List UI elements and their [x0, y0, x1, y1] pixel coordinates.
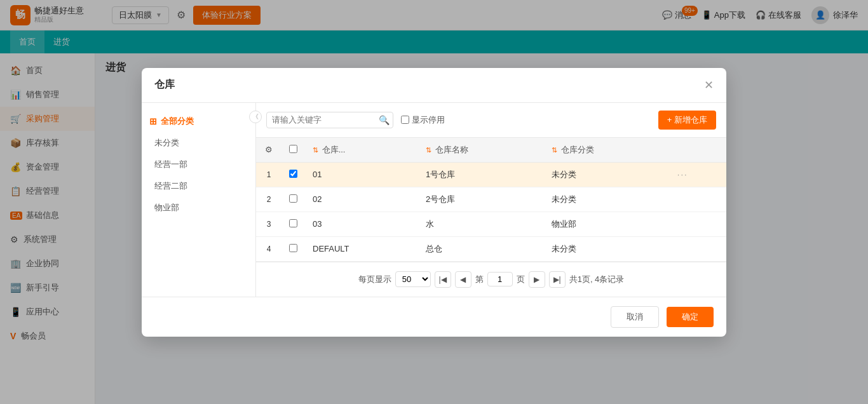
row-more[interactable]	[670, 236, 726, 261]
dialog-footer: 取消 确定	[142, 297, 726, 337]
row-more[interactable]	[670, 187, 726, 212]
row-name: 总仓	[418, 236, 544, 261]
page-number-input[interactable]	[487, 272, 513, 286]
search-icon: 🔍	[379, 115, 390, 125]
category-item-property[interactable]: 物业部	[142, 197, 255, 219]
dialog-overlay: 仓库 ✕ ⊞ 全部分类 《 未分类 经营一部 经营二部 物业部	[0, 0, 868, 404]
th-checkbox	[281, 138, 305, 163]
row-code: 02	[305, 187, 418, 212]
table-row[interactable]: 1 01 1号仓库 未分类 ···	[256, 162, 726, 187]
next-page-button[interactable]: ▶	[529, 271, 545, 288]
row-index: 3	[256, 212, 281, 236]
cancel-button[interactable]: 取消	[611, 306, 659, 328]
table-scroll: ⚙ ⇅ 仓库... ⇅	[256, 138, 726, 262]
row-index: 1	[256, 162, 281, 187]
row-index: 4	[256, 236, 281, 261]
more-actions-icon[interactable]: ···	[677, 170, 688, 179]
dialog-body: ⊞ 全部分类 《 未分类 经营一部 经营二部 物业部 🔍	[142, 103, 726, 297]
th-category: ⇅ 仓库分类	[544, 138, 670, 163]
row-checkbox[interactable]	[281, 187, 305, 212]
row-code: 03	[305, 212, 418, 236]
search-input[interactable]	[272, 115, 379, 125]
per-page-select[interactable]: 50 100	[395, 271, 431, 287]
row-more[interactable]	[670, 212, 726, 236]
warehouse-dialog: 仓库 ✕ ⊞ 全部分类 《 未分类 经营一部 经营二部 物业部	[142, 68, 726, 337]
th-actions	[670, 138, 726, 163]
th-name: ⇅ 仓库名称	[418, 138, 544, 163]
dialog-header: 仓库 ✕	[142, 68, 726, 103]
category-panel: ⊞ 全部分类 《 未分类 经营一部 经营二部 物业部	[142, 103, 256, 297]
th-settings: ⚙	[256, 138, 281, 163]
row-more[interactable]: ···	[670, 162, 726, 187]
prev-page-button[interactable]: ◀	[455, 271, 471, 288]
show-disabled-checkbox[interactable]	[401, 116, 409, 124]
row-code: DEFAULT	[305, 236, 418, 261]
search-wrap: 🔍	[266, 112, 393, 128]
row-index: 2	[256, 187, 281, 212]
table-toolbar: 🔍 显示停用 + 新增仓库	[256, 103, 726, 138]
table-row[interactable]: 4 DEFAULT 总仓 未分类	[256, 236, 726, 261]
row-name: 1号仓库	[418, 162, 544, 187]
row-code: 01	[305, 162, 418, 187]
row-category: 未分类	[544, 162, 670, 187]
row-category: 物业部	[544, 212, 670, 236]
row-checkbox[interactable]	[281, 212, 305, 236]
category-item-ops2[interactable]: 经营二部	[142, 175, 255, 197]
row-category: 未分类	[544, 236, 670, 261]
category-item-ops1[interactable]: 经营一部	[142, 154, 255, 175]
category-item-unclassified[interactable]: 未分类	[142, 132, 255, 154]
table-row[interactable]: 2 02 2号仓库 未分类	[256, 187, 726, 212]
first-page-button[interactable]: |◀	[435, 271, 451, 288]
warehouse-table: ⚙ ⇅ 仓库... ⇅	[256, 138, 726, 262]
row-name: 水	[418, 212, 544, 236]
row-category: 未分类	[544, 187, 670, 212]
last-page-button[interactable]: ▶|	[549, 271, 566, 288]
row-checkbox[interactable]	[281, 162, 305, 187]
pagination: 每页显示 50 100 |◀ ◀ 第 页 ▶ ▶| 共1页, 4条记录	[256, 262, 726, 297]
th-code: ⇅ 仓库...	[305, 138, 418, 163]
grid-icon: ⊞	[149, 116, 157, 126]
row-name: 2号仓库	[418, 187, 544, 212]
pagination-summary: 共1页, 4条记录	[569, 274, 625, 285]
dialog-title: 仓库	[154, 78, 175, 91]
table-panel: 🔍 显示停用 + 新增仓库 ⚙	[256, 103, 726, 297]
dialog-close-button[interactable]: ✕	[704, 78, 714, 92]
category-all[interactable]: ⊞ 全部分类	[142, 111, 255, 132]
row-checkbox[interactable]	[281, 236, 305, 261]
show-disabled-label[interactable]: 显示停用	[401, 114, 445, 126]
category-collapse-button[interactable]: 《	[249, 111, 262, 123]
confirm-button[interactable]: 确定	[667, 307, 714, 327]
add-warehouse-button[interactable]: + 新增仓库	[658, 111, 716, 130]
select-all-checkbox[interactable]	[289, 145, 297, 153]
table-row[interactable]: 3 03 水 物业部	[256, 212, 726, 236]
